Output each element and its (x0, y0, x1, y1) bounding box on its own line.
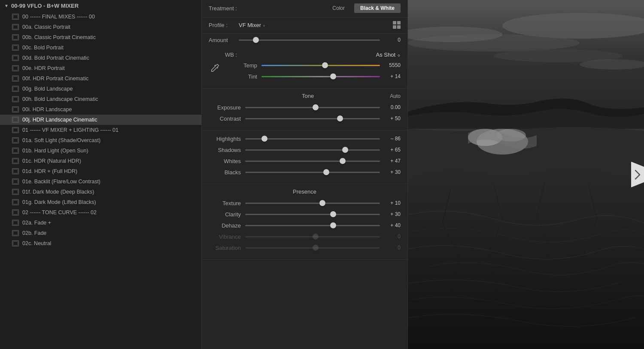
texture-slider[interactable] (245, 199, 380, 207)
whites-slider[interactable] (245, 157, 380, 165)
blacks-track (245, 172, 380, 173)
saturation-row: Saturation 0 (209, 244, 401, 252)
profile-select[interactable]: VF Mixer ⬦ (239, 22, 265, 28)
whites-thumb[interactable] (340, 158, 346, 164)
preset-item-item-16[interactable]: 01e. Backlit (Flare/Low Contrast) (0, 176, 201, 187)
exposure-slider[interactable] (245, 103, 380, 111)
preset-icon (12, 106, 19, 112)
preset-icon (12, 209, 19, 215)
eyedropper-tool[interactable] (209, 61, 222, 74)
preset-item-item-14[interactable]: 01c. HDR (Natural HDR) (0, 156, 201, 166)
color-treatment-button[interactable]: Color (326, 3, 351, 13)
saturation-slider (245, 244, 380, 252)
clarity-slider[interactable] (245, 210, 380, 218)
highlights-thumb[interactable] (261, 136, 267, 142)
preset-label: 01c. HDR (Natural HDR) (22, 158, 81, 164)
preset-item-item-5[interactable]: 00e. HDR Portrait (0, 63, 201, 73)
temp-thumb[interactable] (322, 62, 328, 68)
texture-thumb[interactable] (319, 200, 325, 206)
preset-item-item-18[interactable]: 01g. Dark Mode (Lifted Blacks) (0, 197, 201, 207)
profile-chevron-icon: ⬦ (263, 23, 265, 27)
contrast-label: Contrast (209, 115, 241, 122)
dehaze-slider[interactable] (245, 222, 380, 229)
shadows-slider[interactable] (245, 146, 380, 154)
preset-item-item-21[interactable]: 02b. Fade (0, 228, 201, 238)
grid-view-icon[interactable] (393, 21, 401, 29)
tint-slider[interactable] (261, 73, 380, 80)
preset-icon (12, 158, 19, 164)
preset-item-item-1[interactable]: 00a. Classic Portrait (0, 22, 201, 32)
tint-thumb[interactable] (330, 73, 336, 79)
preset-label: 02 ------ TONE CURVE ------ 02 (22, 209, 97, 215)
preset-item-item-15[interactable]: 01d. HDR + (Full HDR) (0, 166, 201, 176)
tint-label: Tint (225, 73, 257, 80)
blacks-slider[interactable] (245, 168, 380, 176)
dehaze-row: Dehaze + 40 (209, 222, 401, 229)
preset-list-panel: ▼ 00-99 VFLO - B+W MIXER 00 ------ FINAL… (0, 0, 202, 349)
vibrance-label: Vibrance (209, 234, 241, 240)
clarity-thumb[interactable] (330, 211, 336, 217)
dehaze-value: + 40 (384, 222, 401, 228)
highlights-slider[interactable] (245, 135, 380, 143)
preset-item-item-10[interactable]: 00j. HDR Landscape Cinematic (0, 115, 201, 125)
amount-row: Amount 0 (202, 33, 407, 48)
preset-item-item-9[interactable]: 00i. HDR Landscape (0, 104, 201, 115)
temp-track (261, 65, 380, 66)
temp-slider[interactable] (261, 61, 380, 69)
highlights-value: – 86 (384, 136, 401, 142)
preset-icon (12, 220, 19, 226)
collapse-arrow[interactable]: ▼ (4, 3, 9, 8)
exposure-track (245, 107, 380, 108)
preset-item-item-11[interactable]: 01 ------ VF MIXER + LIGHTING ------ 01 (0, 125, 201, 135)
amount-thumb[interactable] (253, 37, 259, 43)
preset-item-item-7[interactable]: 00g. Bold Landscape (0, 84, 201, 94)
bw-treatment-button[interactable]: Black & White (354, 3, 401, 13)
preset-icon (12, 24, 19, 30)
amount-slider[interactable] (239, 36, 380, 44)
exposure-thumb[interactable] (313, 104, 319, 110)
saturation-thumb (313, 245, 319, 251)
preset-item-item-0[interactable]: 00 ------ FINAL MIXES ------ 00 (0, 12, 201, 22)
preset-item-item-19[interactable]: 02 ------ TONE CURVE ------ 02 (0, 207, 201, 218)
preset-item-item-3[interactable]: 00c. Bold Portrait (0, 42, 201, 53)
saturation-value: 0 (384, 245, 401, 251)
preset-item-item-2[interactable]: 00b. Classic Portrait Cinematic (0, 32, 201, 42)
wb-select[interactable]: As Shot ⬦ (376, 52, 401, 58)
amount-label: Amount (209, 37, 234, 43)
preset-item-item-22[interactable]: 02c. Neutral (0, 238, 201, 249)
preset-group-header: ▼ 00-99 VFLO - B+W MIXER (0, 0, 201, 12)
clarity-value: + 30 (384, 211, 401, 217)
preset-item-item-13[interactable]: 01b. Hard Light (Open Sun) (0, 146, 201, 156)
preset-label: 02b. Fade (22, 230, 46, 236)
saturation-track (245, 247, 380, 249)
highlights-row: Highlights – 86 (209, 135, 401, 143)
dehaze-track (245, 225, 380, 226)
preset-item-item-4[interactable]: 00d. Bold Portrait Cinematic (0, 53, 201, 63)
highlights-label: Highlights (209, 136, 241, 142)
whites-row: Whites + 47 (209, 157, 401, 165)
preset-label: 00f. HDR Portrait Cinematic (22, 76, 88, 82)
dehaze-thumb[interactable] (330, 222, 336, 228)
contrast-slider[interactable] (245, 115, 380, 122)
preset-icon (12, 34, 19, 40)
preset-item-item-12[interactable]: 01a. Soft Light (Shade/Overcast) (0, 135, 201, 146)
wb-label: WB : (225, 52, 242, 58)
auto-button[interactable]: Auto (390, 93, 401, 99)
preset-icon (12, 148, 19, 154)
blacks-thumb[interactable] (323, 169, 329, 175)
preset-label: 01a. Soft Light (Shade/Overcast) (22, 137, 100, 143)
preset-label: 00 ------ FINAL MIXES ------ 00 (22, 14, 95, 20)
preset-label: 00g. Bold Landscape (22, 86, 73, 92)
adjustments-panel: Treatment : Color Black & White Profile … (202, 0, 408, 349)
contrast-thumb[interactable] (337, 115, 343, 121)
preset-item-item-17[interactable]: 01f. Dark Mode (Deep Blacks) (0, 187, 201, 197)
shadows-thumb[interactable] (342, 147, 348, 153)
photo-preview-panel (408, 0, 644, 349)
presence-title: Presence (226, 188, 383, 195)
preset-item-item-6[interactable]: 00f. HDR Portrait Cinematic (0, 73, 201, 84)
amount-value: 0 (384, 37, 401, 43)
preset-item-item-20[interactable]: 02a. Fade + (0, 218, 201, 228)
profile-row: Profile : VF Mixer ⬦ (202, 18, 407, 33)
preset-item-item-8[interactable]: 00h. Bold Landscape Cinematic (0, 94, 201, 104)
tint-value: + 14 (384, 73, 401, 79)
